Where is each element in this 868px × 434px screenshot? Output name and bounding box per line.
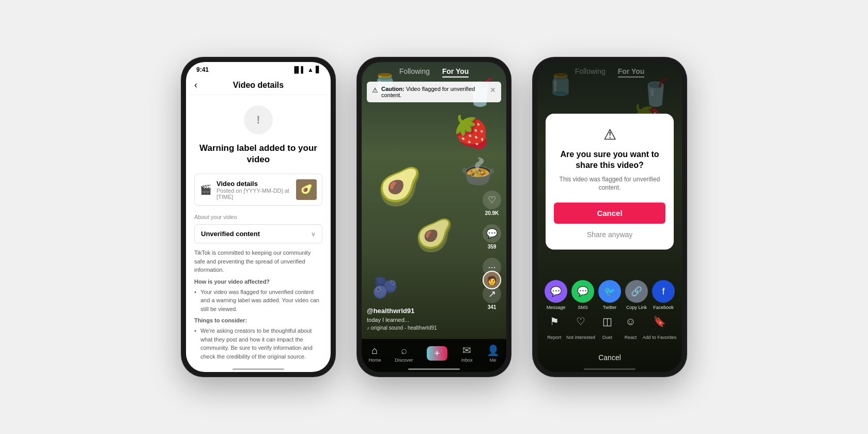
nav-inbox-label: Inbox	[461, 358, 473, 363]
sms-icon: 💬	[571, 280, 594, 303]
video-card-info: Video details Posted on [YYYY-MM-DD] at …	[216, 180, 291, 200]
how-affected-label: How is your video affected?	[194, 278, 322, 285]
tab-for-you[interactable]: For You	[442, 67, 469, 78]
video-card-title: Video details	[216, 180, 291, 188]
heart-icon: ♡	[483, 191, 501, 209]
not-interested-action[interactable]: ♡ Not interested	[566, 310, 595, 340]
tab-following[interactable]: Following	[399, 67, 430, 78]
comment-count: 359	[488, 244, 497, 250]
bullet-1: Your video was flagged for unverified co…	[194, 288, 322, 314]
facebook-icon: f	[652, 280, 675, 303]
search-icon: ⌕	[401, 345, 407, 357]
feed-user-info: @healthwrld91 today I learned... ♪ origi…	[367, 307, 475, 331]
react-action[interactable]: ☺ React	[619, 310, 642, 340]
nav-home[interactable]: ⌂ Home	[368, 345, 381, 363]
nav-me-label: Me	[490, 358, 497, 363]
dialog-subtitle: This video was flagged for unverified co…	[554, 175, 665, 193]
header-title: Video details	[233, 81, 284, 90]
video-card-date: Posted on [YYYY-MM-DD] at [TIME]	[216, 188, 291, 200]
copy-link-icon: 🔗	[625, 280, 648, 303]
phone-1: 9:41 ▐▌▌ ▲ ▋ ‹ Video details ! Warning l…	[181, 57, 336, 377]
react-label: React	[625, 335, 637, 340]
caution-banner: ⚠ Caution: Video flagged for unverified …	[367, 82, 501, 102]
phone-1-screen: 9:41 ▐▌▌ ▲ ▋ ‹ Video details ! Warning l…	[186, 62, 331, 372]
about-label: About your video	[194, 214, 322, 220]
chevron-down-icon: ∨	[311, 230, 316, 238]
video-card[interactable]: 🎬 Video details Posted on [YYYY-MM-DD] a…	[194, 174, 322, 206]
add-favorites-action[interactable]: 🔖 Add to Favorites	[643, 310, 677, 340]
status-icons: ▐▌▌ ▲ ▋	[292, 66, 320, 73]
like-action[interactable]: ♡ 20.9K	[483, 191, 501, 216]
create-button[interactable]: +	[427, 346, 447, 361]
comment-action[interactable]: 💬 359	[483, 224, 501, 250]
nav-inbox[interactable]: ✉ Inbox	[461, 344, 473, 363]
share-actions-row-1: 💬 Message 💬 SMS 🐦 Twitter 🔗 Copy Link f	[537, 280, 682, 310]
like-count: 20.9K	[485, 210, 499, 216]
nav-discover-label: Discover	[395, 358, 413, 363]
report-icon: ⚑	[543, 310, 566, 333]
profile-icon: 👤	[487, 344, 500, 357]
caution-triangle-icon: ⚠	[372, 86, 378, 94]
phone-2-screen: 🥤 🫙 🍓 🥑 🥑 🍲 🫐 Following For You ⚠ Cautio…	[362, 62, 506, 372]
dialog-share-anyway-button[interactable]: Share anyway	[554, 230, 665, 239]
status-time: 9:41	[196, 66, 209, 73]
twitter-icon: 🐦	[598, 280, 621, 303]
sms-label: SMS	[578, 305, 588, 310]
copy-link-label: Copy Link	[626, 305, 647, 310]
share-cancel-bar[interactable]: Cancel	[537, 353, 682, 362]
feed-tabs: Following For You	[362, 67, 506, 78]
main-warning-title: Warning label added to your video	[194, 143, 322, 165]
home-icon: ⌂	[371, 345, 378, 357]
home-indicator-1	[233, 368, 284, 370]
unverified-dropdown[interactable]: Unverified content ∨	[194, 224, 322, 243]
duet-action[interactable]: ◫ Duet	[596, 310, 618, 340]
facebook-label: Facebook	[653, 305, 674, 310]
duet-label: Duet	[602, 335, 612, 340]
feed-caption: today I learned...	[367, 317, 475, 323]
feed-right-actions: ♡ 20.9K 💬 359 ··· ↗ 341	[483, 191, 501, 310]
message-label: Message	[547, 305, 566, 310]
dialog-title: Are you sure you want to share this vide…	[554, 149, 665, 171]
bottom-nav: ⌂ Home ⌕ Discover + ✉ Inbox 👤 Me	[362, 339, 506, 372]
phone-2: 🥤 🫙 🍓 🥑 🥑 🍲 🫐 Following For You ⚠ Cautio…	[357, 57, 512, 377]
nav-discover[interactable]: ⌕ Discover	[395, 345, 413, 363]
back-button[interactable]: ‹	[194, 80, 197, 90]
share-facebook[interactable]: f Facebook	[652, 280, 675, 310]
warning-icon-circle: !	[244, 105, 273, 134]
bookmark-icon: 🔖	[648, 310, 671, 333]
nav-me[interactable]: 👤 Me	[487, 344, 500, 363]
phone-1-content: ! Warning label added to your video 🎬 Vi…	[186, 95, 331, 372]
video-details-header: ‹ Video details	[186, 75, 331, 95]
things-to-consider-label: Things to consider:	[194, 317, 322, 323]
share-actions-row-2: ⚑ Report ♡ Not interested ◫ Duet ☺ React…	[537, 310, 682, 340]
share-twitter[interactable]: 🐦 Twitter	[598, 280, 621, 310]
triangle-warning-icon: ⚠	[603, 127, 616, 143]
share-sms[interactable]: 💬 SMS	[571, 280, 594, 310]
caution-strong: Caution:	[381, 86, 405, 92]
dialog-cancel-button[interactable]: Cancel	[554, 203, 665, 224]
wifi-icon: ▲	[307, 66, 314, 73]
phone-3: 🥤 🫙 🍓 🥑 Following For You ⚠ Are you sure…	[532, 57, 687, 377]
body-text: TikTok is committed to keeping our commu…	[194, 249, 322, 274]
report-action[interactable]: ⚑ Report	[543, 310, 566, 340]
feed-username: @healthwrld91	[367, 307, 475, 315]
cancel-label: Cancel	[598, 353, 621, 362]
share-copy-link[interactable]: 🔗 Copy Link	[625, 280, 648, 310]
not-interested-label: Not interested	[566, 335, 595, 340]
video-thumbnail: 🥑	[296, 179, 317, 200]
feed-music: ♪ original sound - healthwrld91	[367, 325, 475, 331]
phone-3-screen: 🥤 🫙 🍓 🥑 Following For You ⚠ Are you sure…	[537, 62, 682, 372]
bullet-2: We're asking creators to be thoughtful a…	[194, 327, 322, 361]
inbox-icon: ✉	[462, 344, 471, 357]
close-icon[interactable]: ✕	[490, 86, 496, 94]
profile-avatar[interactable]: 🧑	[483, 271, 501, 289]
video-camera-icon: 🎬	[200, 184, 211, 195]
nav-plus[interactable]: +	[427, 346, 447, 361]
report-label: Report	[547, 335, 561, 340]
comment-icon: 💬	[483, 224, 501, 243]
add-favorites-label: Add to Favorites	[643, 335, 677, 340]
exclamation-icon: !	[256, 113, 260, 127]
nav-home-label: Home	[368, 358, 381, 363]
duet-icon: ◫	[596, 310, 618, 333]
share-message[interactable]: 💬 Message	[545, 280, 567, 310]
